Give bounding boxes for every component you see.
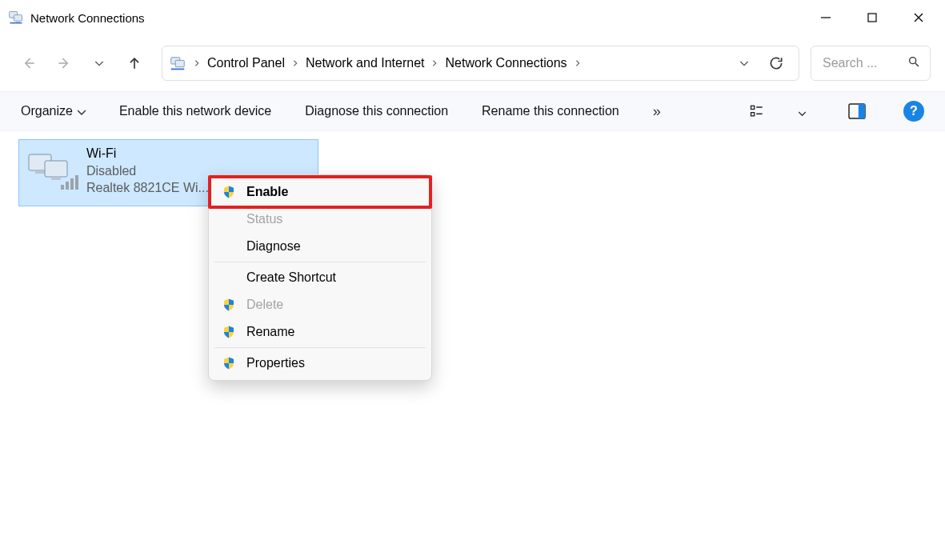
navigation-row: Control Panel Network and Internet Netwo… <box>0 35 945 91</box>
adapter-text: Wi-Fi Disabled Realtek 8821CE Wi... <box>86 145 209 197</box>
svg-rect-24 <box>45 161 67 177</box>
search-icon <box>907 55 920 71</box>
search-input[interactable] <box>821 55 893 71</box>
app-icon <box>8 10 24 26</box>
ctx-status-label: Status <box>246 212 282 226</box>
svg-rect-2 <box>11 18 15 19</box>
ctx-properties[interactable]: Properties <box>211 350 429 377</box>
ctx-enable-label: Enable <box>246 185 288 199</box>
svg-rect-17 <box>751 113 755 116</box>
maximize-button[interactable] <box>849 0 895 35</box>
svg-line-15 <box>915 63 919 66</box>
chevron-right-icon[interactable] <box>191 57 202 70</box>
svg-rect-28 <box>70 178 74 190</box>
window-title: Network Connections <box>30 11 145 25</box>
ctx-enable[interactable]: Enable <box>211 178 429 206</box>
ctx-diagnose[interactable]: Diagnose <box>211 233 429 260</box>
svg-rect-23 <box>35 170 45 174</box>
shield-icon <box>221 184 237 200</box>
enable-device-button[interactable]: Enable this network device <box>119 104 271 118</box>
svg-rect-25 <box>51 177 61 180</box>
svg-rect-12 <box>175 60 184 66</box>
recent-locations-button[interactable] <box>85 49 114 78</box>
ctx-status: Status <box>211 206 429 233</box>
separator <box>214 262 426 262</box>
svg-rect-27 <box>66 182 69 190</box>
chevron-right-icon[interactable] <box>572 57 583 70</box>
organize-menu[interactable]: Organize <box>21 104 86 118</box>
ctx-rename[interactable]: Rename <box>211 318 429 346</box>
svg-rect-6 <box>868 14 876 22</box>
ctx-create-shortcut[interactable]: Create Shortcut <box>211 264 429 291</box>
address-dropdown-button[interactable] <box>728 47 760 79</box>
svg-rect-21 <box>859 104 865 118</box>
network-adapter-icon <box>26 150 78 193</box>
rename-button[interactable]: Rename this connection <box>482 104 619 118</box>
up-button[interactable] <box>120 49 149 78</box>
minimize-button[interactable] <box>803 0 849 35</box>
adapter-name: Wi-Fi <box>86 145 209 162</box>
forward-button[interactable] <box>50 49 78 78</box>
shield-icon <box>221 324 237 340</box>
breadcrumb-control-panel[interactable]: Control Panel <box>202 56 290 70</box>
overflow-button[interactable]: » <box>653 103 662 120</box>
search-box[interactable] <box>811 46 931 81</box>
view-options-button[interactable] <box>744 98 770 124</box>
diagnose-button[interactable]: Diagnose this connection <box>305 104 448 118</box>
preview-pane-button[interactable] <box>844 98 870 124</box>
chevron-right-icon[interactable] <box>290 57 301 70</box>
svg-rect-3 <box>16 21 20 22</box>
ctx-rename-label: Rename <box>246 325 294 339</box>
svg-rect-26 <box>61 185 64 190</box>
breadcrumb-network-connections[interactable]: Network Connections <box>440 56 571 70</box>
caret-down-icon <box>78 105 86 119</box>
back-button[interactable] <box>14 49 43 78</box>
separator <box>214 347 426 348</box>
address-bar[interactable]: Control Panel Network and Internet Netwo… <box>162 46 799 81</box>
highlight-box <box>208 175 432 209</box>
ctx-diagnose-label: Diagnose <box>246 239 301 254</box>
shield-icon <box>221 297 237 313</box>
control-panel-icon <box>169 55 186 71</box>
breadcrumb-network-internet[interactable]: Network and Internet <box>301 56 430 70</box>
close-button[interactable] <box>895 0 942 35</box>
help-button[interactable]: ? <box>903 101 924 122</box>
ctx-delete-label: Delete <box>246 298 283 312</box>
ctx-create-shortcut-label: Create Shortcut <box>246 270 336 285</box>
caret-down-icon[interactable] <box>799 106 806 120</box>
chevron-right-icon[interactable] <box>429 57 440 70</box>
svg-point-14 <box>910 58 916 64</box>
svg-rect-29 <box>75 175 78 190</box>
ctx-properties-label: Properties <box>246 356 305 370</box>
refresh-button[interactable] <box>760 47 792 79</box>
context-menu: Enable Status Diagnose Create Shortcut <box>208 174 432 381</box>
organize-label: Organize <box>21 104 73 118</box>
title-bar: Network Connections <box>0 0 945 35</box>
content-area[interactable]: Wi-Fi Disabled Realtek 8821CE Wi... Enab… <box>0 131 945 560</box>
command-bar: Organize Enable this network device Diag… <box>0 91 945 131</box>
adapter-device: Realtek 8821CE Wi... <box>86 179 209 197</box>
shield-icon <box>221 355 237 371</box>
adapter-status: Disabled <box>86 162 209 180</box>
ctx-delete: Delete <box>211 291 429 318</box>
svg-rect-16 <box>751 106 755 109</box>
